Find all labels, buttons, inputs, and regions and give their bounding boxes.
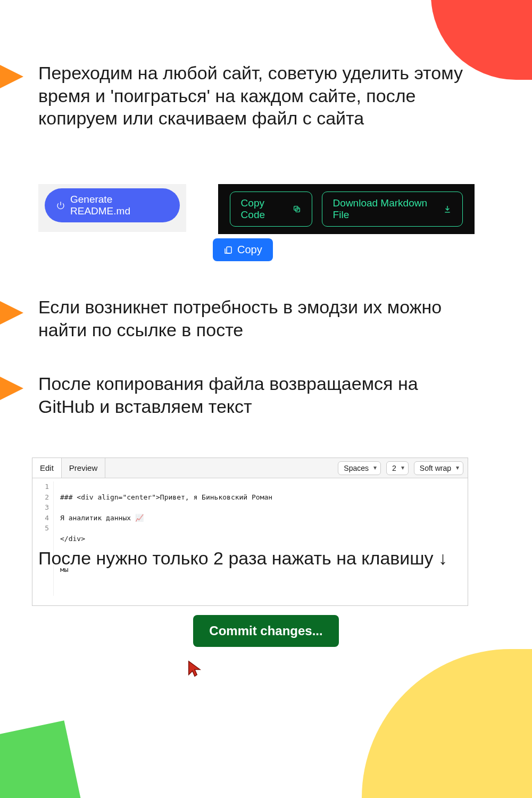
code-line: Я аналитик данных 📈	[60, 513, 272, 523]
line-number: 4	[37, 513, 49, 523]
editor-header: Edit Preview Spaces 2 Soft wrap	[32, 458, 468, 478]
code-content: ### <div align="center">Привет, я Бинько…	[54, 481, 279, 596]
tab-preview[interactable]: Preview	[62, 458, 105, 478]
decorative-shape-yellow	[362, 649, 532, 798]
dark-panel: Copy Code Download Markdown File	[218, 184, 475, 234]
step-1-text: Переходим на любой сайт, советую уделить…	[38, 62, 475, 130]
buttons-row: Generate README.md Copy Code Download Ma…	[38, 184, 475, 234]
generate-readme-label: Generate README.md	[70, 194, 168, 217]
step-4-text: После нужно только 2 раза нажать на клав…	[38, 547, 475, 570]
step-3-text: После копирования файла возвращаемся на …	[38, 372, 475, 418]
line-number: 3	[37, 502, 49, 513]
indent-mode-select[interactable]: Spaces	[338, 461, 381, 475]
copy-code-label: Copy Code	[241, 197, 287, 221]
editor-toolbar: Spaces 2 Soft wrap	[334, 458, 468, 478]
commit-changes-button[interactable]: Commit changes...	[193, 615, 338, 647]
commit-block: Commit changes...	[0, 615, 532, 647]
decorative-shape-green	[0, 720, 83, 798]
code-line: ### <div align="center">Привет, я Бинько…	[60, 492, 272, 503]
download-md-button[interactable]: Download Markdown File	[322, 192, 463, 227]
bullet-icon	[0, 65, 23, 88]
editor-body[interactable]: 1 2 3 4 5 ### <div align="center">Привет…	[32, 478, 468, 605]
generate-readme-wrap: Generate README.md	[38, 184, 186, 232]
copy-icon	[293, 205, 301, 213]
line-number: 5	[37, 523, 49, 534]
step-2-text: Если возникнет потребность в эмодзи их м…	[38, 296, 475, 341]
bullet-icon	[0, 377, 23, 400]
bullet-icon	[0, 301, 23, 325]
code-line: </div>	[60, 534, 272, 544]
clipboard-icon	[223, 245, 233, 255]
commit-changes-label: Commit changes...	[209, 624, 322, 638]
svg-rect-2	[227, 247, 231, 253]
line-gutter: 1 2 3 4 5	[32, 481, 54, 596]
wrap-mode-select[interactable]: Soft wrap	[414, 461, 463, 475]
download-md-label: Download Markdown File	[333, 197, 438, 221]
line-number: 1	[37, 481, 49, 492]
github-editor: Edit Preview Spaces 2 Soft wrap 1 2 3 4 …	[32, 458, 468, 606]
tab-edit[interactable]: Edit	[32, 458, 62, 478]
line-number: 2	[37, 492, 49, 503]
copy-code-button[interactable]: Copy Code	[230, 192, 312, 227]
indent-size-select[interactable]: 2	[386, 461, 409, 475]
download-icon	[443, 205, 452, 213]
generate-readme-button[interactable]: Generate README.md	[45, 188, 180, 222]
copy-small-button[interactable]: Copy	[213, 238, 273, 261]
power-icon	[56, 201, 65, 210]
copy-small-label: Copy	[237, 244, 262, 256]
